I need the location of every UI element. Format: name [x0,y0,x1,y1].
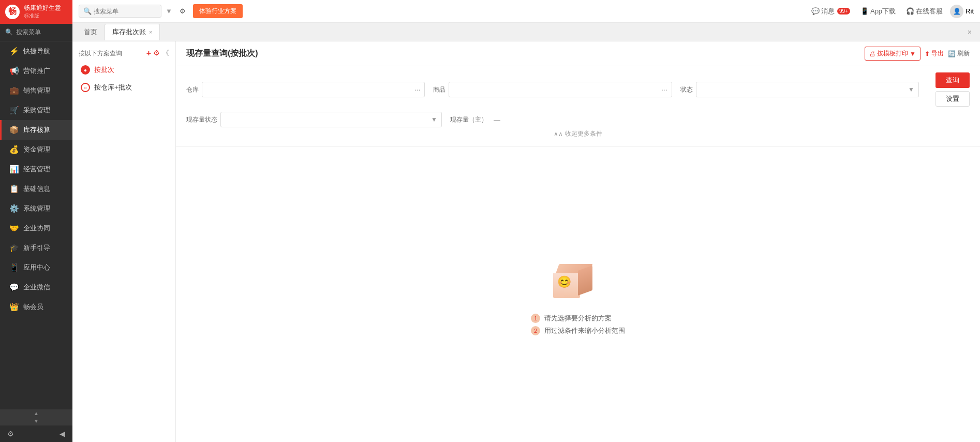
collapse-chevron-icon: ∧∧ [554,130,563,138]
purchase-icon: 🛒 [9,106,19,115]
print-btn-label: 按模板打印 [877,49,908,58]
main-area: 🔍 ▼ ⚙ 体验行业方案 💬 消息 99+ 📱 App下载 🎧 在线客服 👤 R… [72,0,980,442]
sidebar-item-enterprise[interactable]: 🤝 企业协同 [0,218,72,238]
page-header: 现存量查询(按批次) 🖨 按模板打印 ▼ ⬆ 导出 🔄 刷新 [176,41,980,66]
scheme-settings-btn[interactable]: ⚙ [153,49,160,58]
collapse-panel-btn[interactable]: 《 [162,49,169,58]
refresh-icon: 🔄 [948,50,956,57]
sidebar-item-operations[interactable]: 📊 经营管理 [0,159,72,179]
settings-btn[interactable]: 设置 [936,91,970,107]
sidebar-item-label: 应用中心 [23,263,50,272]
product-dots[interactable]: ··· [661,85,667,94]
settings-footer-btn[interactable]: ⚙ [7,430,14,438]
sidebar-item-sales[interactable]: 💼 销售管理 [0,81,72,100]
empty-tip-1: 1 请先选择要分析的方案 [531,314,625,323]
warehouse-dots[interactable]: ··· [414,85,421,94]
page-title: 现存量查询(按批次) [186,48,258,59]
sidebar-item-apps[interactable]: 📱 应用中心 [0,258,72,277]
scheme-by-warehouse-batch[interactable]: ○ 按仓库+批次 [72,79,175,96]
message-btn[interactable]: 💬 消息 99+ [808,5,853,18]
add-scheme-btn[interactable]: + [146,49,151,58]
collapse-label: 收起更多条件 [565,129,602,138]
refresh-btn[interactable]: 🔄 刷新 [948,49,970,58]
sidebar-item-label: 采购管理 [23,106,50,115]
member-icon: 👑 [9,302,19,312]
status-label: 状态 [680,85,693,94]
export-btn-label: 导出 [931,49,944,58]
sidebar-item-quick-nav[interactable]: ⚡ 快捷导航 [0,41,72,61]
print-btn[interactable]: 🖨 按模板打印 ▼ [865,47,920,61]
experience-btn[interactable]: 体验行业方案 [193,4,243,18]
product-label: 商品 [433,85,446,94]
page-header-actions: 🖨 按模板打印 ▼ ⬆ 导出 🔄 刷新 [865,47,970,61]
sidebar-search[interactable]: 🔍 搜索菜单 [0,24,72,41]
filter-panel-title: 按以下方案查询 [79,49,122,58]
newbie-icon: 🎓 [9,243,19,253]
app-download-btn[interactable]: 📱 App下载 [857,5,899,18]
filter-row-2: 现存量状态 ▼ 现存量（主） — [186,112,970,127]
sidebar-scroll-up[interactable]: ▲ [0,409,72,417]
sidebar-item-member[interactable]: 👑 畅会员 [0,297,72,317]
sidebar-item-finance[interactable]: 💰 资金管理 [0,140,72,159]
avatar: 👤 [950,5,963,18]
stock-status-filter: 现存量状态 ▼ [186,112,442,127]
sidebar-item-label: 经营管理 [23,165,50,174]
sidebar-item-marketing[interactable]: 📢 营销推广 [0,61,72,81]
sidebar-item-system[interactable]: ⚙️ 系统管理 [0,199,72,218]
online-service-btn[interactable]: 🎧 在线客服 [903,5,946,18]
filter-area: 仓库 ··· 商品 ··· [176,66,980,147]
empty-illustration: 😊 [552,254,604,305]
print-dropdown-icon[interactable]: ▼ [910,50,916,57]
sidebar-scroll-down[interactable]: ▼ [0,417,72,425]
filter-panel-header: 按以下方案查询 + ⚙ 《 [72,46,175,61]
sidebar-item-label: 营销推广 [23,66,50,76]
sidebar-item-inventory[interactable]: 📦 库存核算 [0,120,72,140]
empty-state: 😊 1 请先选择要分析的方案 2 用过滤条件来缩小分析范围 [531,254,625,335]
sidebar-item-newbie[interactable]: 🎓 新手引导 [0,238,72,258]
user-profile-btn[interactable]: 👤 Rit [950,5,974,18]
message-icon: 💬 [811,7,820,15]
status-dropdown-icon[interactable]: ▼ [908,86,914,93]
scheme-by-batch[interactable]: ● 按批次 [72,61,175,79]
sidebar-item-basic[interactable]: 📋 基础信息 [0,179,72,199]
sidebar-item-label: 销售管理 [23,86,50,95]
status-input[interactable]: ▼ [696,82,919,97]
filter-panel-actions: + ⚙ 《 [146,49,169,58]
content: 按以下方案查询 + ⚙ 《 ● 按批次 ○ 按仓库+批次 现 [72,41,980,442]
topbar-settings-btn[interactable]: ⚙ [176,5,189,17]
warehouse-label: 仓库 [186,85,199,94]
stock-status-select[interactable]: ▼ [220,112,442,127]
product-input[interactable]: ··· [449,82,672,97]
app-download-icon: 📱 [860,7,869,15]
export-icon: ⬆ [925,50,930,57]
tab-inventory-batch[interactable]: 库存批次账 × [105,24,160,40]
app-download-label: App下载 [870,7,896,16]
warehouse-input[interactable]: ··· [202,82,425,97]
topbar-search-input[interactable] [94,8,145,15]
collapse-sidebar-btn[interactable]: ◀ [60,430,65,438]
stock-quantity-filter: 现存量（主） — [450,115,706,124]
scheme-by-warehouse-batch-label: 按仓库+批次 [94,83,132,92]
tab-panel-close-btn[interactable]: × [963,26,976,38]
topbar-search-box[interactable]: 🔍 [79,5,161,18]
stock-status-label: 现存量状态 [186,115,217,124]
refresh-btn-label: 刷新 [957,49,970,58]
collapse-bar[interactable]: ∧∧ 收起更多条件 [186,127,970,140]
sidebar-item-label: 基础信息 [23,184,50,194]
export-btn[interactable]: ⬆ 导出 [925,49,944,58]
scheme-by-batch-label: 按批次 [94,65,114,75]
online-service-label: 在线客服 [916,7,943,16]
sidebar-item-purchase[interactable]: 🛒 采购管理 [0,100,72,120]
topbar-dropdown-icon[interactable]: ▼ [166,7,172,15]
apps-icon: 📱 [9,263,19,272]
query-btn[interactable]: 查询 [936,72,970,88]
sidebar-app-info: 畅康通好生意 标准版 [24,4,61,20]
filter-panel: 按以下方案查询 + ⚙ 《 ● 按批次 ○ 按仓库+批次 [72,41,176,442]
sidebar-app-title: 畅康通好生意 [24,4,61,12]
tab-close-icon[interactable]: × [149,29,152,35]
tab-home[interactable]: 首页 [77,24,105,40]
operations-icon: 📊 [9,165,19,174]
topbar-search-icon: 🔍 [83,7,92,15]
finance-icon: 💰 [9,145,19,154]
sidebar-item-wechat[interactable]: 💬 企业微信 [0,277,72,297]
